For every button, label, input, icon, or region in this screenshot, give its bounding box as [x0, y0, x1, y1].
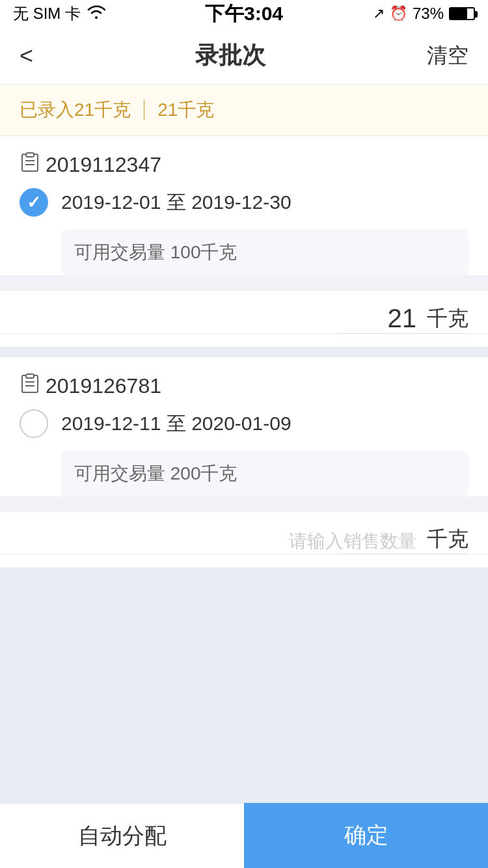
page-title: 录批次: [195, 40, 265, 72]
batch-2-number: 2019126781: [46, 374, 161, 398]
batch-2-radio[interactable]: [20, 409, 48, 438]
back-button[interactable]: <: [20, 42, 33, 70]
batch-1-available: 可用交易量 100千克: [61, 230, 468, 275]
batch-2-spacer: [0, 554, 488, 567]
status-bar: 无 SIM 卡 下午3:04 ↗ ⏰ 73%: [0, 0, 488, 27]
batch-1-quantity-value: 21: [388, 304, 417, 333]
svg-rect-1: [26, 153, 34, 157]
batch-2-header: 2019126781: [20, 373, 468, 399]
status-right: ↗ ⏰ 73%: [373, 5, 475, 23]
batch-1-icon: [20, 152, 40, 178]
batch-1-quantity-row: 21 千克: [0, 291, 488, 333]
batch-1-header: 2019112347: [20, 152, 468, 178]
clear-button[interactable]: 清空: [427, 42, 468, 70]
batch-2-quantity-unit: 千克: [427, 525, 468, 554]
info-banner: 已录入21千克 21千克: [0, 85, 488, 136]
battery-icon: [449, 7, 475, 20]
status-time: 下午3:04: [205, 1, 283, 27]
batch-item-1: 2019112347 2019-12-01 至 2019-12-30 可用交易量…: [0, 136, 488, 275]
bottom-buttons: 自动分配 确定: [0, 803, 488, 868]
info-divider: [144, 100, 144, 120]
nav-bar: < 录批次 清空: [0, 27, 488, 85]
batch-1-date: 2019-12-01 至 2019-12-30: [61, 189, 291, 216]
section-divider: [0, 347, 488, 357]
batch-2-quantity-row: 千克: [0, 512, 488, 554]
svg-rect-5: [26, 374, 34, 378]
batch-2-icon: [20, 373, 40, 399]
total-amount: 21千克: [157, 98, 214, 122]
batch-1-quantity-unit: 千克: [427, 305, 468, 333]
batch-2-quantity-input[interactable]: [286, 526, 416, 553]
battery-percent: 73%: [413, 5, 444, 23]
batch-2-date: 2019-12-11 至 2020-01-09: [61, 411, 291, 437]
recorded-amount: 已录入21千克: [20, 98, 131, 122]
auto-distribute-button[interactable]: 自动分配: [0, 803, 244, 868]
batch-2-date-row: 2019-12-11 至 2020-01-09: [20, 409, 468, 438]
status-left: 无 SIM 卡: [13, 3, 105, 24]
batch-1-number: 2019112347: [46, 153, 161, 177]
section-divider-2: [0, 567, 488, 578]
batch-2-available: 可用交易量 200千克: [61, 451, 468, 496]
batch-1-spacer: [0, 334, 488, 347]
wifi-icon: [87, 5, 105, 23]
batch-1-date-row: 2019-12-01 至 2019-12-30: [20, 188, 468, 217]
carrier-label: 无 SIM 卡: [13, 3, 81, 24]
batch-1-radio[interactable]: [20, 188, 48, 217]
location-icon: ↗: [373, 5, 385, 22]
batch-item-2: 2019126781 2019-12-11 至 2020-01-09 可用交易量…: [0, 357, 488, 496]
confirm-button[interactable]: 确定: [244, 803, 488, 868]
alarm-icon: ⏰: [390, 5, 407, 22]
